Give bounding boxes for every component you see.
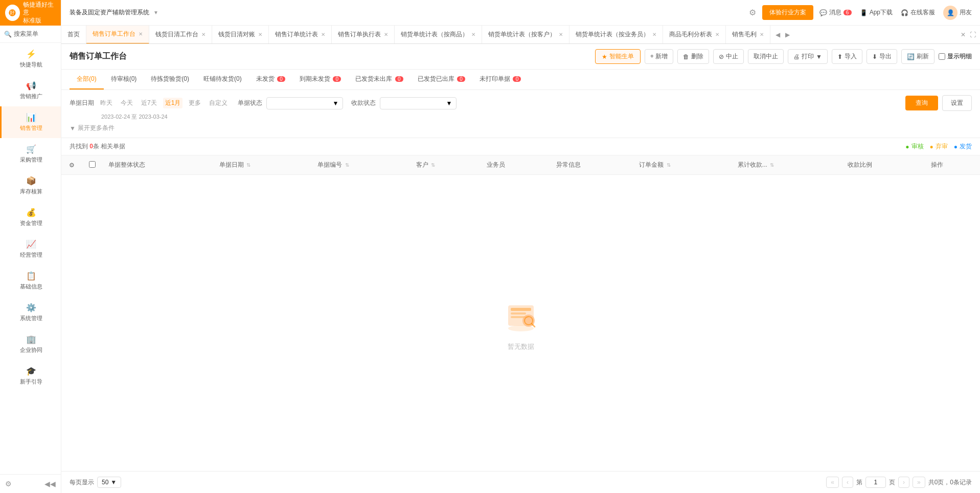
sidebar-item-newbie[interactable]: 🎓 新手引导 (0, 360, 61, 392)
sidebar-item-quick-nav[interactable]: ⚡ 快捷导航 (0, 43, 61, 75)
tab-sales-stats[interactable]: 销售订单统计表 ✕ (269, 26, 332, 44)
suspend-button[interactable]: ⊘ 中止 (713, 49, 744, 64)
th-amount[interactable]: 订单金额 ⇅ (633, 155, 732, 175)
table-scroll[interactable]: ⚙ 单据整体状态 单据日期 ⇅ 单据编号 ⇅ (61, 155, 980, 175)
tab-close-btn[interactable]: ✕ (559, 32, 563, 37)
set-button[interactable]: 设置 (942, 95, 972, 111)
tab-gross-analysis[interactable]: 商品毛利分析表 ✕ (663, 26, 726, 44)
sidebar-item-inventory[interactable]: 📦 库存核算 (0, 170, 61, 201)
message-item[interactable]: 💬 消息 6 (819, 8, 852, 17)
topbar-settings-icon[interactable]: ⚙ (749, 8, 756, 17)
collapse-icon[interactable]: ◀◀ (44, 480, 56, 488)
payment-select[interactable]: ▼ (380, 97, 457, 109)
app-download-item[interactable]: 📱 App下载 (860, 8, 893, 17)
tab-sales-stats-close[interactable]: ✕ (321, 32, 325, 37)
dropdown-icon[interactable]: ▼ (153, 10, 158, 15)
user-item[interactable]: 👤 用友 (943, 6, 972, 20)
tab-cash-reconcile-close[interactable]: ✕ (258, 32, 262, 37)
deliver-action[interactable]: ● 发货 (954, 142, 972, 151)
tab-sales-workbench[interactable]: 销售订单工作台 ✕ (86, 26, 149, 44)
refresh-button[interactable]: 🔄 刷新 (901, 49, 935, 64)
close-all-icon[interactable]: ✕ (960, 30, 967, 39)
page-input[interactable] (865, 477, 886, 488)
sub-tab-overdue-unshipped[interactable]: 到期未发货 0 (292, 70, 348, 89)
sidebar-item-basic-info[interactable]: 📋 基础信息 (0, 265, 61, 297)
trial-button[interactable]: 体验行业方案 (762, 5, 813, 20)
tab-cash-daily-close[interactable]: ✕ (201, 32, 206, 37)
date-shortcut-today[interactable]: 今天 (119, 98, 135, 108)
sidebar-item-operations[interactable]: 📈 经营管理 (0, 233, 61, 265)
sidebar-search[interactable]: 🔍 搜索菜单 (0, 26, 61, 43)
sub-tab-not-shipped[interactable]: 未发货 0 (249, 70, 292, 89)
tab-close-btn[interactable]: ✕ (760, 32, 764, 37)
import-button[interactable]: ⬆ 导入 (832, 49, 862, 64)
revoke-action[interactable]: ● 弃审 (930, 142, 948, 151)
status-select[interactable]: ▼ (266, 97, 343, 109)
tab-sales-exec-close[interactable]: ✕ (384, 32, 388, 37)
print-dropdown-icon[interactable]: ▼ (816, 53, 822, 60)
th-settings[interactable]: ⚙ (61, 155, 82, 175)
date-shortcut-1month[interactable]: 近1月 (163, 98, 183, 108)
sidebar-item-enterprise[interactable]: 🏢 企业协同 (0, 328, 61, 360)
sub-tab-pending-review[interactable]: 待审核(0) (104, 70, 144, 89)
date-shortcut-7days[interactable]: 近7天 (139, 98, 159, 108)
tab-close-btn[interactable]: ✕ (471, 32, 475, 37)
sidebar-item-finance[interactable]: 💰 资金管理 (0, 201, 61, 233)
page-last-btn[interactable]: » (913, 477, 925, 488)
tab-sales-summary-customer[interactable]: 销货单统计表（按客户） ✕ (482, 26, 569, 44)
tab-prev-btn[interactable]: ◀ (773, 30, 782, 39)
th-collected[interactable]: 累计收款... ⇅ (732, 155, 841, 175)
tab-cash-reconcile[interactable]: 钱货日清对账 ✕ (212, 26, 269, 44)
tab-sales-profit[interactable]: 销售毛利 ✕ (726, 26, 770, 44)
sub-tab-all[interactable]: 全部(0) (70, 70, 104, 89)
sub-tab-shipped-not-out[interactable]: 已发货未出库 0 (348, 70, 410, 89)
date-shortcut-custom[interactable]: 自定义 (207, 98, 230, 108)
sidebar: 好 畅捷通好生意 标准版 🔍 搜索菜单 ⚡ 快捷导航 📢 营销推广 📊 销售管理… (0, 0, 61, 493)
date-shortcut-more[interactable]: 更多 (187, 98, 203, 108)
review-icon: ● (905, 143, 909, 150)
th-date[interactable]: 单据日期 ⇅ (213, 155, 312, 175)
tab-close-btn[interactable]: ✕ (715, 32, 719, 37)
maximize-icon[interactable]: ⛶ (969, 30, 977, 39)
refresh-label: 刷新 (917, 52, 929, 61)
th-customer[interactable]: 客户 ⇅ (410, 155, 481, 175)
export-button[interactable]: ⬇ 导出 (867, 49, 897, 64)
print-button[interactable]: 🖨 打印 ▼ (788, 49, 828, 64)
show-detail-checkbox-wrapper[interactable]: 显示明细 (939, 52, 972, 61)
select-all-checkbox[interactable] (89, 161, 96, 168)
page-next-btn[interactable]: › (898, 477, 909, 488)
th-number[interactable]: 单据编号 ⇅ (311, 155, 410, 175)
sub-tab-not-printed[interactable]: 未打印单据 0 (472, 70, 528, 89)
page-prev-btn[interactable]: ‹ (842, 477, 853, 488)
tab-sales-workbench-close[interactable]: ✕ (139, 31, 143, 37)
sidebar-item-marketing[interactable]: 📢 营销推广 (0, 75, 61, 106)
page-size-dropdown[interactable]: 50 ▼ (97, 477, 121, 488)
tab-sales-summary-product[interactable]: 销货单统计表（按商品） ✕ (395, 26, 482, 44)
tab-sales-summary-staff[interactable]: 销货单统计表（按业务员） ✕ (569, 26, 663, 44)
sub-tab-shipped-out[interactable]: 已发货已出库 0 (411, 70, 472, 89)
expand-btn[interactable]: ▼ 展开更多条件 (70, 124, 972, 132)
smart-btn[interactable]: ★ 智能生单 (595, 49, 641, 64)
date-shortcut-yesterday[interactable]: 昨天 (98, 98, 115, 108)
sidebar-item-purchase[interactable]: 🛒 采购管理 (0, 138, 61, 170)
review-action[interactable]: ● 审核 (905, 142, 923, 151)
show-detail-checkbox[interactable] (939, 53, 945, 60)
sub-tab-pending-inspection[interactable]: 待拣货验货(0) (144, 70, 196, 89)
marketing-icon: 📢 (26, 81, 36, 91)
tab-sales-exec[interactable]: 销售订单执行表 ✕ (332, 26, 395, 44)
sub-tab-wangpu-pending[interactable]: 旺铺待发货(0) (196, 70, 249, 89)
page-first-btn[interactable]: « (826, 477, 839, 488)
tab-cash-daily[interactable]: 钱货日清工作台 ✕ (149, 26, 212, 44)
delete-button[interactable]: 🗑 删除 (677, 49, 709, 64)
tab-home[interactable]: 首页 (61, 26, 86, 44)
cancel-suspend-button[interactable]: 取消中止 (748, 49, 784, 64)
settings-icon[interactable]: ⚙ (5, 480, 12, 488)
online-service-item[interactable]: 🎧 在线客服 (901, 8, 935, 17)
query-button[interactable]: 查询 (905, 96, 938, 110)
tab-next-btn[interactable]: ▶ (783, 30, 792, 39)
sidebar-item-sales[interactable]: 📊 销售管理 (0, 106, 61, 138)
add-button[interactable]: + 新增 (645, 49, 673, 64)
th-checkbox[interactable] (82, 155, 102, 175)
tab-close-btn[interactable]: ✕ (652, 32, 656, 37)
sidebar-item-system[interactable]: ⚙️ 系统管理 (0, 297, 61, 328)
